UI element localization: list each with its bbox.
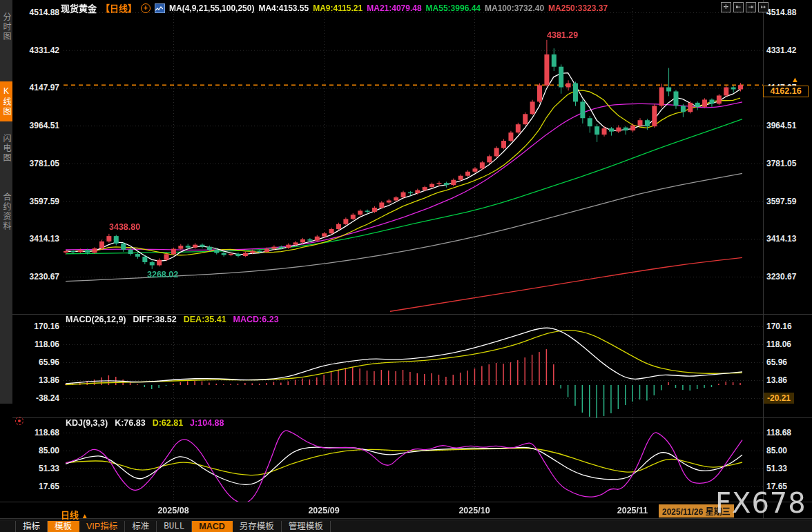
kdj-header: KDJ(9,3,3) K:76.83 D:62.81 J:104.88: [66, 418, 224, 428]
kdj-j-value: J:104.88: [190, 418, 224, 428]
ma-group-label: MA(4,9,21,55,100,250): [169, 3, 254, 13]
toolbar-manage-template[interactable]: 管理模板: [282, 521, 331, 532]
left-sidebar: 分时图 K线图 闪电图 合约资料: [0, 0, 12, 404]
kdj-title: KDJ(9,3,3): [66, 418, 108, 428]
swing-high-label: 3438.80: [109, 222, 140, 232]
ma250-value: MA250:3323.37: [548, 3, 608, 13]
macd-diff-value: DIFF:38.52: [133, 315, 177, 324]
toolbar-vip-indicators[interactable]: VIP指标: [79, 521, 125, 532]
price-up-arrow-icon: ▲: [791, 75, 799, 83]
xaxis-month-label: 2025/08: [150, 506, 197, 515]
period-arrow-icon: ▲: [81, 512, 88, 520]
fx678-watermark: FX678: [715, 487, 806, 519]
indicator-settings-icon[interactable]: [15, 417, 23, 425]
toolbar-indicators[interactable]: 指标: [15, 521, 48, 532]
trading-app: 分时图 K线图 闪电图 合约资料 现货黄金【日线】 + MA(4,9,21,55…: [0, 0, 812, 532]
macd-macd-value: MACD:6.23: [233, 315, 279, 324]
xaxis-month-label: 2025/11: [609, 506, 656, 515]
period-text: 日线: [61, 510, 79, 520]
toolbar-bull[interactable]: BULL: [157, 521, 192, 532]
ma21-value: MA21:4079.48: [367, 3, 421, 13]
chart-window-controls: ✛ ⇤ ⇥ ↦: [721, 2, 768, 12]
expand-icon[interactable]: +: [141, 3, 151, 13]
macd-header: MACD(26,12,9) DIFF:38.52 DEA:35.41 MACD:…: [66, 315, 279, 324]
sidebar-tab-kline[interactable]: K线图: [0, 81, 12, 121]
swing-low-label: 3268.02: [147, 270, 178, 279]
jump-latest-icon[interactable]: ↦: [758, 2, 768, 12]
peak-price-label: 4381.29: [547, 30, 578, 40]
toolbar-macd[interactable]: MACD: [192, 521, 233, 532]
macd-current-tag: -20.21: [764, 393, 794, 404]
toolbar-save-template[interactable]: 另存模板: [233, 521, 282, 532]
bottom-toolbar: 指标 模板 VIP指标 标准 BULL MACD 另存模板 管理模板: [0, 520, 812, 532]
macd-title: MACD(26,12,9): [66, 315, 126, 324]
sidebar-tab-contract-info[interactable]: 合约资料: [0, 181, 12, 243]
kdj-d-value: D:62.81: [153, 418, 183, 428]
scale-right-icon[interactable]: ⇥: [746, 2, 756, 12]
chart-type-icon[interactable]: [155, 3, 165, 13]
ma4-value: MA4:4153.55: [258, 3, 309, 13]
macd-dea-value: DEA:35.41: [184, 315, 226, 324]
period-badge: 【日线】: [101, 1, 137, 14]
xaxis-month-label: 2025/09: [300, 506, 347, 515]
sidebar-tab-timeshare[interactable]: 分时图: [0, 4, 12, 50]
ma55-value: MA55:3996.44: [426, 3, 481, 13]
pan-icon[interactable]: ✛: [721, 2, 731, 12]
xaxis-month-label: 2025/10: [451, 506, 498, 515]
ma9-value: MA9:4115.21: [313, 3, 362, 13]
chart-canvas[interactable]: [0, 0, 812, 532]
chart-header: 现货黄金【日线】 + MA(4,9,21,55,100,250) MA4:415…: [61, 1, 608, 14]
toolbar-template[interactable]: 模板: [48, 521, 79, 532]
symbol-name: 现货黄金: [61, 1, 97, 14]
sidebar-tab-lightning[interactable]: 闪电图: [0, 126, 12, 171]
current-price-tag: 4162.16: [763, 86, 809, 97]
toolbar-standard[interactable]: 标准: [125, 521, 157, 532]
ma100-value: MA100:3732.40: [485, 3, 544, 13]
kdj-k-value: K:76.83: [115, 418, 145, 428]
scale-left-icon[interactable]: ⇤: [733, 2, 744, 12]
